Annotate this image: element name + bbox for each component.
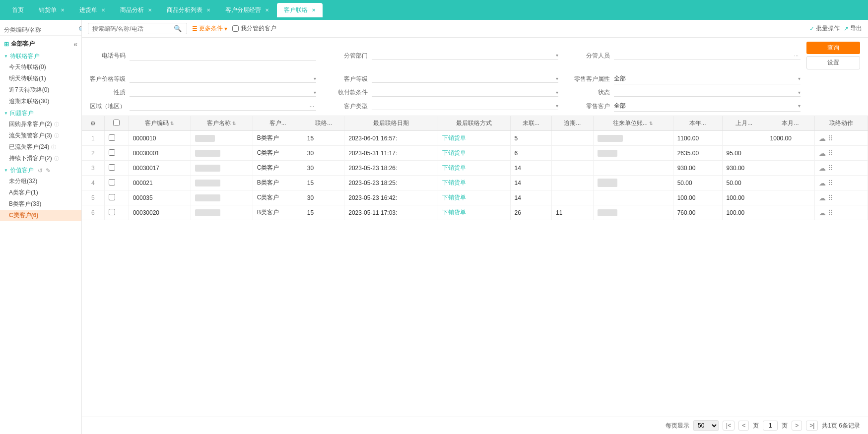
sidebar-item-class-c[interactable]: C类客户(6) bbox=[0, 210, 81, 221]
batch-icon: ✓ bbox=[809, 25, 814, 32]
sidebar-item-class-b[interactable]: B类客户(33) bbox=[0, 198, 81, 210]
nav-product-analysis[interactable]: 商品分析 ✕ bbox=[113, 3, 159, 17]
person-more-icon[interactable]: ··· bbox=[792, 53, 801, 59]
phone-input[interactable] bbox=[130, 51, 316, 61]
my-customers-check[interactable] bbox=[232, 25, 239, 32]
per-page-select[interactable]: 50 100 200 bbox=[693, 420, 719, 431]
contact-action-icon[interactable]: ☁ bbox=[819, 179, 826, 187]
select-all-checkbox[interactable] bbox=[113, 120, 120, 126]
nav-purchase-order[interactable]: 进货单 ✕ bbox=[72, 3, 112, 17]
row-checkbox[interactable] bbox=[109, 149, 115, 156]
this-year-amount: 50.00 bbox=[673, 176, 722, 190]
payment-label: 收付款条件 bbox=[332, 88, 372, 97]
nav-home[interactable]: 首页 bbox=[5, 3, 31, 17]
this-month-amount bbox=[766, 146, 815, 161]
nav-sales-order[interactable]: 销货单 ✕ bbox=[32, 3, 71, 17]
contact-action-icon[interactable]: ☁ bbox=[819, 149, 826, 157]
dept-select[interactable]: ▾ bbox=[372, 52, 558, 60]
last-method-link[interactable]: 下销货单 bbox=[442, 179, 466, 186]
row-checkbox[interactable] bbox=[109, 134, 115, 141]
last-method-link[interactable]: 下销货单 bbox=[442, 194, 466, 201]
sidebar-item-class-a[interactable]: A类客户(1) bbox=[0, 187, 81, 198]
close-product-analysis[interactable]: ✕ bbox=[148, 7, 152, 13]
close-product-analysis-list[interactable]: ✕ bbox=[206, 7, 210, 13]
col-code[interactable]: 客户编码 ⇅ bbox=[129, 116, 191, 131]
region-select[interactable]: ··· bbox=[130, 102, 316, 111]
sidebar-item-churned[interactable]: 已流失客户(24) ⓘ bbox=[0, 141, 81, 153]
col-name[interactable]: 客户名称 ⇅ bbox=[191, 116, 253, 131]
sidebar-search-icon[interactable]: 🔍 bbox=[78, 26, 82, 33]
contact-action-icon[interactable]: ☁ bbox=[819, 164, 826, 172]
collapse-icon[interactable]: « bbox=[73, 40, 77, 48]
sidebar-item-today[interactable]: 今天待联络(0) bbox=[0, 62, 81, 73]
person-select[interactable]: ··· bbox=[614, 52, 801, 60]
nav-customer-segmentation[interactable]: 客户分层经营 ✕ bbox=[218, 3, 276, 17]
sidebar-item-7days[interactable]: 近7天待联络(0) bbox=[0, 84, 81, 96]
row-checkbox[interactable] bbox=[109, 164, 115, 171]
sidebar-search-input[interactable] bbox=[4, 26, 78, 33]
col-account[interactable]: 往来单位账... ⇅ bbox=[593, 116, 673, 131]
search-icon[interactable]: 🔍 bbox=[174, 25, 182, 32]
sidebar-item-overdue[interactable]: 逾期未联络(30) bbox=[0, 96, 81, 107]
sidebar-all-customers[interactable]: ⊞ 全部客户 « bbox=[0, 38, 81, 50]
price-level-select[interactable]: ▾ bbox=[130, 75, 316, 83]
row-checkbox[interactable] bbox=[109, 194, 115, 200]
contact-action-icon[interactable]: ☁ bbox=[819, 194, 826, 202]
last-method-link[interactable]: 下销货单 bbox=[442, 149, 466, 156]
search-input[interactable] bbox=[92, 25, 172, 32]
row-checkbox[interactable] bbox=[109, 209, 115, 215]
next-page-button[interactable]: > bbox=[792, 421, 802, 431]
col-no-contact: 未联... bbox=[510, 116, 552, 131]
payment-select[interactable]: ▾ bbox=[372, 89, 558, 97]
setting-button[interactable]: 设置 bbox=[806, 56, 860, 69]
close-sales-order[interactable]: ✕ bbox=[61, 7, 65, 13]
last-method-link[interactable]: 下销货单 bbox=[442, 134, 466, 141]
more-actions-icon[interactable]: ⠿ bbox=[828, 164, 833, 172]
nature-select[interactable]: ▾ bbox=[130, 89, 316, 97]
batch-ops-button[interactable]: ✓ 批量操作 bbox=[809, 24, 840, 33]
more-actions-icon[interactable]: ⠿ bbox=[828, 149, 833, 157]
sidebar-item-churn-warning[interactable]: 流失预警客户(3) ⓘ bbox=[0, 130, 81, 141]
filter-more-conditions[interactable]: ☰ 更多条件 ▾ bbox=[192, 24, 227, 33]
more-actions-icon[interactable]: ⠿ bbox=[828, 194, 833, 202]
close-customer-contact[interactable]: ✕ bbox=[312, 7, 316, 13]
prev-page-button[interactable]: < bbox=[738, 421, 749, 431]
more-actions-icon[interactable]: ⠿ bbox=[828, 209, 833, 217]
sidebar-item-ungrouped[interactable]: 未分组(32) bbox=[0, 176, 81, 187]
customer-type-select[interactable]: ▾ bbox=[372, 102, 558, 110]
nav-customer-contact[interactable]: 客户联络 ✕ bbox=[277, 3, 323, 17]
sidebar-item-repurchase-abnormal[interactable]: 回购异常客户(2) ⓘ bbox=[0, 119, 81, 130]
sidebar-item-declining[interactable]: 持续下滑客户(2) ⓘ bbox=[0, 153, 81, 164]
customer-name-cell: ██████ bbox=[191, 205, 253, 220]
sidebar-problem-group[interactable]: ▼ 问题客户 bbox=[0, 107, 81, 119]
last-method-link[interactable]: 下销货单 bbox=[442, 164, 466, 171]
my-customers-checkbox[interactable]: 我分管的客户 bbox=[232, 24, 276, 33]
page-input[interactable] bbox=[763, 421, 778, 431]
region-more-icon[interactable]: ··· bbox=[308, 103, 316, 109]
more-actions-icon[interactable]: ⠿ bbox=[828, 179, 833, 187]
row-checkbox[interactable] bbox=[109, 179, 115, 186]
more-actions-icon[interactable]: ⠿ bbox=[828, 134, 833, 142]
close-purchase-order[interactable]: ✕ bbox=[101, 7, 105, 13]
nav-product-analysis-list[interactable]: 商品分析列表 ✕ bbox=[160, 3, 217, 17]
close-customer-segmentation[interactable]: ✕ bbox=[265, 7, 269, 13]
phone-label: 电话号码 bbox=[90, 52, 130, 60]
edit-icon[interactable]: ✎ bbox=[46, 167, 51, 174]
query-button[interactable]: 查询 bbox=[806, 42, 860, 54]
last-month-amount: 50.00 bbox=[722, 176, 766, 190]
refresh-icon[interactable]: ↺ bbox=[38, 167, 43, 174]
sidebar-value-group[interactable]: ▼ 价值客户 ↺ ✎ bbox=[0, 164, 81, 176]
export-button[interactable]: ↗ 导出 bbox=[844, 24, 862, 33]
contact-action-icon[interactable]: ☁ bbox=[819, 209, 826, 217]
col-gear[interactable]: ⚙ bbox=[82, 116, 104, 131]
last-page-button[interactable]: >| bbox=[806, 421, 818, 431]
retail-attr-select[interactable]: 全部 ▾ bbox=[614, 73, 801, 84]
retail-select[interactable]: 全部 ▾ bbox=[614, 101, 801, 112]
customer-level-select[interactable]: ▾ bbox=[372, 75, 558, 83]
status-select[interactable]: ▾ bbox=[614, 89, 801, 97]
first-page-button[interactable]: |< bbox=[723, 421, 734, 431]
contact-action-icon[interactable]: ☁ bbox=[819, 134, 826, 142]
sidebar-item-tomorrow[interactable]: 明天待联络(1) bbox=[0, 73, 81, 84]
sidebar-pending-group[interactable]: ▼ 待联络客户 bbox=[0, 50, 81, 62]
last-method-link[interactable]: 下销货单 bbox=[442, 209, 466, 216]
